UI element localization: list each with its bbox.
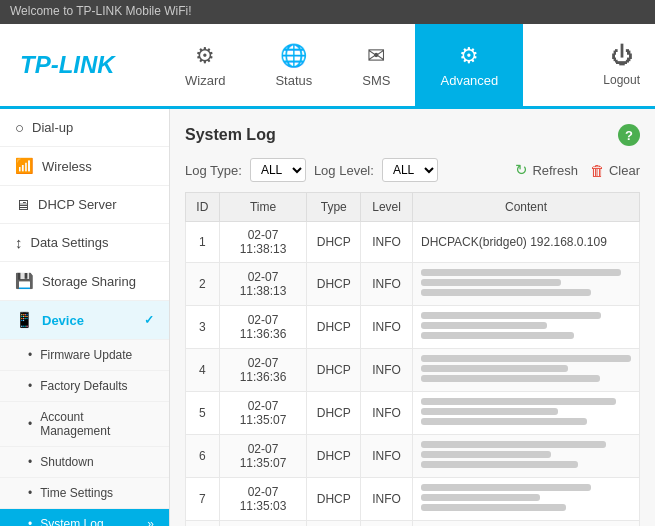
system-log-label: System Log bbox=[40, 517, 103, 526]
sidebar-item-dial-up[interactable]: ○ Dial-up bbox=[0, 109, 169, 147]
logout-button[interactable]: ⏻ Logout bbox=[588, 43, 655, 87]
tab-sms[interactable]: ✉ SMS bbox=[337, 24, 415, 106]
log-type-select[interactable]: ALL bbox=[250, 158, 306, 182]
col-content: Content bbox=[413, 193, 640, 222]
row-type: DHCP bbox=[307, 306, 361, 349]
table-row: 602-07 11:35:07DHCPINFO bbox=[186, 435, 640, 478]
content-placeholder bbox=[421, 398, 616, 405]
content-placeholder bbox=[421, 312, 601, 319]
table-row: 302-07 11:36:36DHCPINFO bbox=[186, 306, 640, 349]
content-header: System Log ? bbox=[185, 124, 640, 146]
sidebar-item-wireless-label: Wireless bbox=[42, 159, 92, 174]
content-placeholder bbox=[421, 322, 547, 329]
data-settings-icon: ↕ bbox=[15, 234, 23, 251]
row-id: 4 bbox=[186, 349, 220, 392]
content-placeholder bbox=[421, 289, 591, 296]
table-row: 202-07 11:38:13DHCPINFO bbox=[186, 263, 640, 306]
nav-tabs: ⚙ Wizard 🌐 Status ✉ SMS ⚙ Advanced bbox=[160, 24, 588, 106]
content-placeholder bbox=[421, 279, 561, 286]
row-type: DHCP bbox=[307, 478, 361, 521]
filter-actions: ↻ Refresh 🗑 Clear bbox=[515, 161, 640, 179]
sidebar-item-account-management[interactable]: Account Management bbox=[0, 402, 169, 447]
sidebar-item-data-settings[interactable]: ↕ Data Settings bbox=[0, 224, 169, 262]
advanced-icon: ⚙ bbox=[459, 43, 479, 69]
sidebar-item-firmware-update[interactable]: Firmware Update bbox=[0, 340, 169, 371]
col-level: Level bbox=[361, 193, 413, 222]
main-layout: ○ Dial-up 📶 Wireless 🖥 DHCP Server ↕ Dat… bbox=[0, 109, 655, 526]
top-bar: Welcome to TP-LINK Mobile WiFi! bbox=[0, 0, 655, 24]
logout-label: Logout bbox=[603, 73, 640, 87]
table-row: 402-07 11:36:36DHCPINFO bbox=[186, 349, 640, 392]
sidebar-item-storage-label: Storage Sharing bbox=[42, 274, 136, 289]
row-level: INFO bbox=[361, 478, 413, 521]
sidebar-item-device-label: Device bbox=[42, 313, 84, 328]
row-time: 02-07 11:35:07 bbox=[219, 435, 307, 478]
sidebar-item-dial-up-label: Dial-up bbox=[32, 120, 73, 135]
content-placeholder bbox=[421, 365, 568, 372]
row-content bbox=[413, 478, 640, 521]
row-level: INFO bbox=[361, 306, 413, 349]
clear-label: Clear bbox=[609, 163, 640, 178]
wireless-icon: 📶 bbox=[15, 157, 34, 175]
row-type: DHCP bbox=[307, 392, 361, 435]
row-type: DHCP bbox=[307, 349, 361, 392]
row-level: INFO bbox=[361, 222, 413, 263]
row-type: DHCP bbox=[307, 435, 361, 478]
logo: TP-LINK bbox=[0, 51, 160, 79]
row-time: 02-07 11:35:03 bbox=[219, 478, 307, 521]
factory-defaults-label: Factory Defaults bbox=[40, 379, 127, 393]
sms-icon: ✉ bbox=[367, 43, 385, 69]
row-time: 02-07 11:35:07 bbox=[219, 392, 307, 435]
row-type: DHCP bbox=[307, 521, 361, 527]
row-content bbox=[413, 392, 640, 435]
row-content: DHCPACK(bridge0) 192.168.0.109 bbox=[413, 222, 640, 263]
row-id: 7 bbox=[186, 478, 220, 521]
sidebar-item-factory-defaults[interactable]: Factory Defaults bbox=[0, 371, 169, 402]
col-id: ID bbox=[186, 193, 220, 222]
clear-button[interactable]: 🗑 Clear bbox=[590, 162, 640, 179]
content-placeholder bbox=[421, 461, 578, 468]
dial-up-icon: ○ bbox=[15, 119, 24, 136]
filter-row: Log Type: ALL Log Level: ALL ↻ Refresh 🗑… bbox=[185, 158, 640, 182]
tab-status[interactable]: 🌐 Status bbox=[250, 24, 337, 106]
log-level-select[interactable]: ALL bbox=[382, 158, 438, 182]
sidebar-sub-menu: Firmware Update Factory Defaults Account… bbox=[0, 340, 169, 526]
content-placeholder bbox=[421, 504, 566, 511]
row-level: INFO bbox=[361, 263, 413, 306]
help-button[interactable]: ? bbox=[618, 124, 640, 146]
row-time: 02-07 11:36:36 bbox=[219, 349, 307, 392]
row-level: INFO bbox=[361, 521, 413, 527]
header: TP-LINK ⚙ Wizard 🌐 Status ✉ SMS ⚙ Advanc… bbox=[0, 24, 655, 109]
sidebar-item-shutdown[interactable]: Shutdown bbox=[0, 447, 169, 478]
refresh-label: Refresh bbox=[532, 163, 578, 178]
logo-text: TP-LINK bbox=[20, 51, 115, 78]
row-id: 2 bbox=[186, 263, 220, 306]
sidebar-item-system-log[interactable]: System Log » bbox=[0, 509, 169, 526]
sidebar-item-dhcp-label: DHCP Server bbox=[38, 197, 117, 212]
top-bar-title: Welcome to TP-LINK Mobile WiFi! bbox=[10, 4, 192, 18]
refresh-button[interactable]: ↻ Refresh bbox=[515, 161, 578, 179]
dhcp-icon: 🖥 bbox=[15, 196, 30, 213]
sidebar-item-storage-sharing[interactable]: 💾 Storage Sharing bbox=[0, 262, 169, 301]
row-id: 5 bbox=[186, 392, 220, 435]
content-placeholder bbox=[421, 451, 551, 458]
tab-sms-label: SMS bbox=[362, 73, 390, 88]
content-placeholder bbox=[421, 355, 631, 362]
wizard-icon: ⚙ bbox=[195, 43, 215, 69]
row-id: 1 bbox=[186, 222, 220, 263]
tab-advanced-label: Advanced bbox=[440, 73, 498, 88]
row-id: 3 bbox=[186, 306, 220, 349]
sidebar-item-dhcp-server[interactable]: 🖥 DHCP Server bbox=[0, 186, 169, 224]
content-placeholder bbox=[421, 418, 587, 425]
sidebar-item-time-settings[interactable]: Time Settings bbox=[0, 478, 169, 509]
row-content bbox=[413, 306, 640, 349]
content-area: System Log ? Log Type: ALL Log Level: AL… bbox=[170, 109, 655, 526]
sidebar-item-wireless[interactable]: 📶 Wireless bbox=[0, 147, 169, 186]
page-title: System Log bbox=[185, 126, 276, 144]
system-log-arrow-icon: » bbox=[147, 517, 154, 526]
tab-wizard[interactable]: ⚙ Wizard bbox=[160, 24, 250, 106]
tab-advanced[interactable]: ⚙ Advanced bbox=[415, 24, 523, 106]
account-management-label: Account Management bbox=[40, 410, 154, 438]
row-time: 02-07 11:38:13 bbox=[219, 222, 307, 263]
sidebar-item-device[interactable]: 📱 Device ✓ bbox=[0, 301, 169, 340]
